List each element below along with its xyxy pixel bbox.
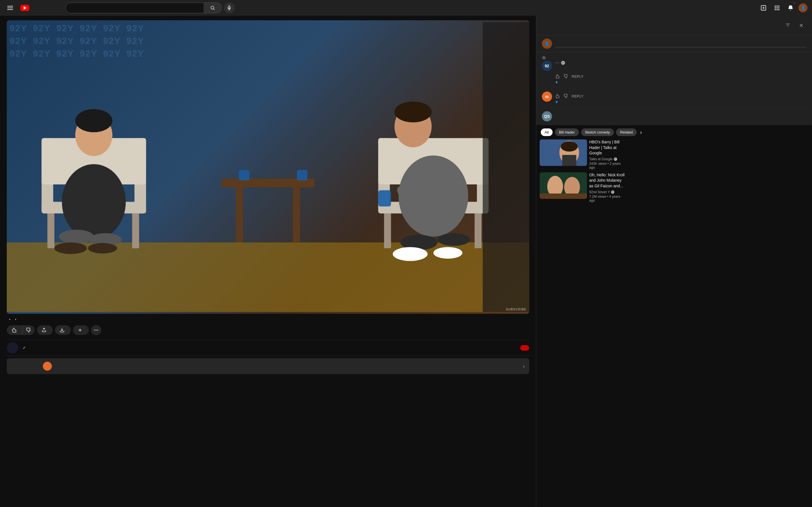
svg-point-60 bbox=[94, 330, 95, 331]
related-thumbnail: 92Y 1:25:14 bbox=[540, 172, 587, 199]
related-channel-name: 92nd Street Y ✓ bbox=[589, 190, 627, 194]
like-comment-button[interactable] bbox=[555, 94, 560, 98]
thumbs-up-small-icon bbox=[555, 74, 559, 78]
svg-point-61 bbox=[96, 330, 97, 331]
comment-author: ✓ bbox=[555, 61, 806, 65]
comment-item: 92 ✓ bbox=[542, 52, 806, 88]
svg-rect-71 bbox=[562, 155, 576, 166]
chip-sketch-comedy[interactable]: Sketch comedy bbox=[581, 128, 614, 136]
notifications-button[interactable] bbox=[785, 2, 796, 13]
related-video-info: HBO's Barry | Bill Hader | Talks at Goog… bbox=[589, 139, 627, 170]
comment-item: QS bbox=[542, 108, 806, 125]
dislike-button[interactable] bbox=[23, 325, 35, 335]
download-icon bbox=[59, 328, 64, 333]
channel-verified-icon: ✓ bbox=[611, 190, 614, 194]
related-channel-name: Talks at Google ✓ bbox=[589, 157, 627, 161]
svg-point-62 bbox=[97, 330, 98, 331]
view-replies-button-1[interactable]: ▼ bbox=[555, 100, 560, 104]
comment-actions: REPLY bbox=[555, 74, 806, 78]
filter-icon bbox=[785, 22, 791, 28]
search-container bbox=[65, 3, 235, 13]
apps-button[interactable] bbox=[771, 2, 783, 13]
header-right: 👤 bbox=[758, 2, 808, 13]
comments-chevron-icon: › bbox=[523, 363, 525, 369]
related-video-meta: 7.2M views • 4 years ago bbox=[589, 194, 627, 203]
search-button[interactable] bbox=[204, 3, 221, 13]
video-section: 92Y 92Y 92Y 92Y 92Y 92Y 92Y 92Y 92Y 92Y … bbox=[0, 16, 536, 379]
apps-icon bbox=[774, 5, 780, 11]
related-video-info: Oh, Hello: Nick Kroll and John Mulaney a… bbox=[589, 172, 627, 203]
close-panel-button[interactable] bbox=[796, 20, 806, 31]
share-button[interactable] bbox=[37, 325, 53, 335]
svg-rect-16 bbox=[778, 9, 779, 10]
svg-point-0 bbox=[211, 6, 214, 9]
logo[interactable] bbox=[20, 5, 32, 11]
thumb-scene bbox=[540, 139, 587, 166]
notifications-icon bbox=[788, 5, 794, 11]
video-player[interactable]: 92Y 92Y 92Y 92Y 92Y 92Y 92Y 92Y 92Y 92Y … bbox=[7, 20, 529, 314]
comment-avatar[interactable]: 92 bbox=[542, 61, 552, 71]
comment-avatar[interactable]: m bbox=[542, 92, 552, 102]
pin-icon bbox=[542, 56, 546, 60]
like-button[interactable] bbox=[7, 325, 23, 335]
svg-rect-9 bbox=[776, 6, 777, 7]
comments-panel-header bbox=[536, 16, 812, 35]
channel-avatar[interactable] bbox=[7, 342, 18, 353]
subscribe-button[interactable] bbox=[520, 345, 529, 351]
comment-body: ✓ bbox=[555, 61, 806, 84]
thumb-scene bbox=[540, 172, 587, 199]
chips-scroll-button[interactable]: › bbox=[639, 129, 643, 135]
create-button[interactable] bbox=[758, 2, 769, 13]
download-button[interactable] bbox=[55, 325, 71, 335]
reply-comment-button[interactable]: REPLY bbox=[572, 74, 583, 78]
svg-point-70 bbox=[561, 142, 578, 152]
dislike-comment-button[interactable] bbox=[564, 94, 568, 98]
close-icon bbox=[799, 22, 804, 28]
like-dislike-group bbox=[7, 325, 35, 335]
commenter-avatar-preview bbox=[43, 362, 52, 371]
chips-row: AllBill HaderSketch comedyRelated› bbox=[536, 125, 812, 139]
backdrop-text: 92Y 92Y 92Y 92Y 92Y 92Y 92Y 92Y 92Y 92Y … bbox=[7, 20, 529, 314]
comments-preview-bar[interactable]: › bbox=[7, 358, 529, 374]
dislike-comment-button[interactable] bbox=[564, 74, 568, 78]
svg-rect-75 bbox=[540, 193, 587, 199]
create-icon bbox=[760, 5, 767, 11]
notifications-badge bbox=[794, 3, 796, 3]
more-options-button[interactable] bbox=[91, 325, 101, 335]
share-icon bbox=[42, 328, 47, 333]
thumbs-up-small-icon bbox=[555, 94, 559, 98]
menu-button[interactable] bbox=[4, 2, 16, 13]
like-comment-button[interactable] bbox=[555, 74, 560, 78]
youtube-icon bbox=[20, 5, 29, 11]
comment-header: m bbox=[542, 92, 806, 104]
add-comment-input[interactable] bbox=[555, 40, 806, 47]
search-icon bbox=[210, 5, 215, 10]
reply-comment-button[interactable]: REPLY bbox=[572, 94, 583, 98]
related-video-title: Oh, Hello: Nick Kroll and John Mulaney a… bbox=[589, 172, 627, 189]
svg-line-1 bbox=[213, 9, 214, 10]
comments-panel: 👤 92 ✓ bbox=[536, 16, 812, 125]
svg-rect-2 bbox=[229, 6, 230, 8]
channel-verified-icon: ✓ bbox=[614, 158, 617, 161]
pinned-label bbox=[542, 56, 806, 60]
mic-button[interactable] bbox=[224, 3, 235, 13]
thumbs-down-small-icon bbox=[564, 74, 568, 78]
user-avatar[interactable]: 👤 bbox=[799, 3, 808, 12]
right-column: 👤 92 ✓ bbox=[536, 16, 812, 507]
thumbs-down-icon bbox=[26, 328, 31, 333]
comment-avatar[interactable]: QS bbox=[542, 111, 552, 121]
svg-rect-13 bbox=[778, 7, 779, 8]
header-left bbox=[4, 2, 61, 13]
thumbs-down-small-icon bbox=[564, 94, 568, 98]
filter-button[interactable] bbox=[783, 20, 793, 31]
chip-all[interactable]: All bbox=[541, 128, 553, 136]
chip-related[interactable]: Related bbox=[616, 128, 637, 136]
related-video-card[interactable]: TalksatGoogle 1:02:14 HBO's Barry | Bill… bbox=[540, 139, 627, 170]
chip-bill-hader[interactable]: Bill Hader bbox=[555, 128, 578, 136]
search-input[interactable] bbox=[65, 3, 204, 13]
svg-rect-10 bbox=[778, 6, 779, 7]
related-video-meta: 243K views • 2 years ago bbox=[589, 162, 627, 170]
save-button[interactable] bbox=[73, 325, 89, 335]
related-video-card[interactable]: 92Y 1:25:14 Oh, Hello: Nick Kroll and Jo… bbox=[540, 172, 627, 203]
view-replies-button-0[interactable]: ▼ bbox=[555, 80, 560, 84]
